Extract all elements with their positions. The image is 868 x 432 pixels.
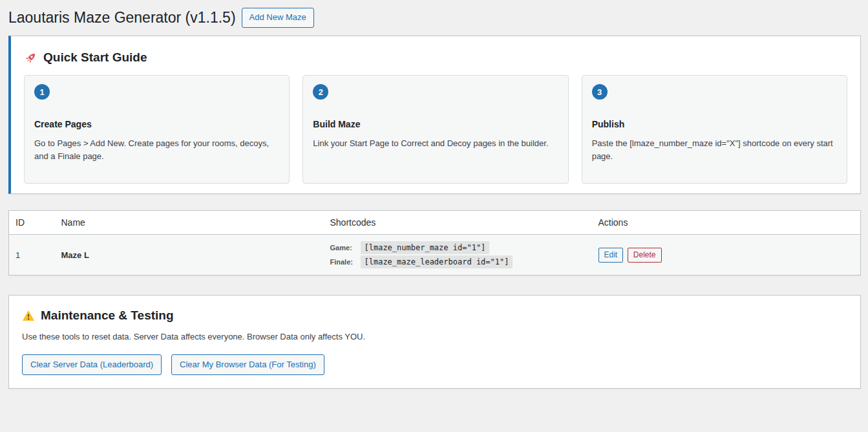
edit-button[interactable]: Edit (598, 248, 624, 263)
maze-name: Maze L (55, 235, 324, 275)
step-description: Go to Pages > Add New. Create pages for … (34, 137, 279, 163)
game-shortcode-label: Game: (330, 244, 356, 252)
clear-browser-data-button[interactable]: Clear My Browser Data (For Testing) (171, 354, 324, 375)
game-shortcode-line: Game: [lmaze_number_maze id="1"] (330, 241, 586, 254)
step-card-publish: 3 Publish Paste the [lmaze_number_maze i… (582, 75, 847, 184)
page-header: Laoutaris Maze Generator (v1.1.5) Add Ne… (8, 6, 861, 29)
quick-start-panel: Quick Start Guide 1 Create Pages Go to P… (8, 36, 861, 194)
step-number-badge: 2 (313, 84, 328, 100)
column-header-id: ID (9, 211, 55, 235)
quick-start-steps: 1 Create Pages Go to Pages > Add New. Cr… (24, 75, 847, 184)
clear-server-data-button[interactable]: Clear Server Data (Leaderboard) (22, 354, 162, 375)
column-header-actions: Actions (592, 211, 861, 235)
maze-row: 1 Maze L Game: [lmaze_number_maze id="1"… (9, 235, 861, 275)
column-header-shortcodes: Shortcodes (324, 211, 592, 235)
step-card-create-pages: 1 Create Pages Go to Pages > Add New. Cr… (24, 75, 290, 184)
step-number-badge: 1 (34, 84, 50, 100)
finale-shortcode-label: Finale: (330, 258, 356, 266)
finale-shortcode-line: Finale: [lmaze_maze_leaderboard id="1"] (330, 255, 586, 268)
step-description: Link your Start Page to Correct and Deco… (313, 137, 558, 150)
step-title: Create Pages (34, 119, 279, 129)
maze-actions-cell: Edit Delete (592, 235, 861, 275)
step-description: Paste the [lmaze_number_maze id="X"] sho… (592, 137, 837, 163)
maintenance-heading: Maintenance & Testing (22, 308, 847, 323)
maintenance-description: Use these tools to reset data. Server Da… (22, 332, 847, 341)
column-header-name: Name (55, 211, 324, 235)
maze-id: 1 (9, 235, 55, 275)
admin-page: Laoutaris Maze Generator (v1.1.5) Add Ne… (0, 0, 868, 389)
maze-table-header-row: ID Name Shortcodes Actions (9, 211, 861, 235)
maintenance-title: Maintenance & Testing (41, 308, 174, 323)
page-title: Laoutaris Maze Generator (v1.1.5) (8, 6, 236, 29)
add-new-maze-button[interactable]: Add New Maze (242, 8, 314, 27)
finale-shortcode: [lmaze_maze_leaderboard id="1"] (361, 255, 513, 268)
quick-start-heading: Quick Start Guide (24, 50, 847, 65)
warning-icon (22, 309, 35, 322)
step-card-build-maze: 2 Build Maze Link your Start Page to Cor… (302, 75, 568, 184)
maze-shortcodes-cell: Game: [lmaze_number_maze id="1"] Finale:… (324, 235, 592, 275)
delete-button[interactable]: Delete (628, 248, 662, 263)
step-title: Publish (592, 119, 837, 129)
quick-start-title: Quick Start Guide (43, 50, 147, 65)
step-title: Build Maze (313, 119, 558, 129)
maze-table: ID Name Shortcodes Actions 1 Maze L Game… (8, 210, 861, 275)
maintenance-buttons: Clear Server Data (Leaderboard) Clear My… (22, 354, 847, 375)
maintenance-panel: Maintenance & Testing Use these tools to… (8, 295, 861, 389)
game-shortcode: [lmaze_number_maze id="1"] (361, 241, 490, 254)
rocket-icon (24, 51, 37, 65)
step-number-badge: 3 (592, 84, 608, 100)
